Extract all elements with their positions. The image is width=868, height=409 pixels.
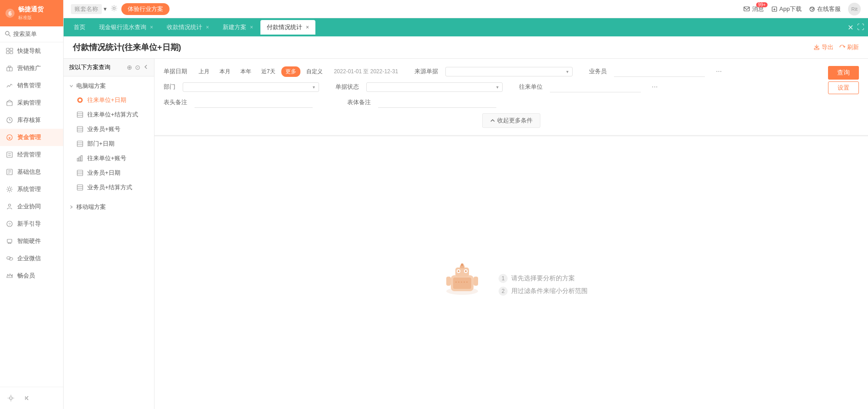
tab-cash-flow[interactable]: 现金银行流水查询 × — [93, 20, 160, 35]
trial-btn[interactable]: 体验行业方案 — [121, 3, 170, 15]
scheme-item-staff-account[interactable]: 业务员+账号 — [64, 122, 154, 136]
tab-new-scheme-label: 新建方案 — [223, 23, 246, 31]
tab-cash-flow-close[interactable]: × — [150, 24, 153, 30]
empty-state: 1 请先选择要分析的方案 2 用过滤条件来缩小分析范围 — [155, 136, 868, 409]
table-body-remark-label: 表体备注 — [347, 98, 371, 106]
tab-payment-stat[interactable]: 付款情况统计 × — [260, 20, 315, 35]
sidebar-item-label: 畅会员 — [17, 272, 35, 280]
sidebar-item-label: 采购管理 — [17, 99, 41, 107]
source-select[interactable]: ▾ — [445, 67, 573, 76]
sidebar-item-marketing[interactable]: 营销推广 — [0, 60, 63, 77]
refresh-btn[interactable]: 刷新 — [839, 43, 859, 51]
scheme-item-unit-settle[interactable]: 往来单位+结算方式 — [64, 107, 154, 122]
table-scheme-icon — [76, 184, 84, 191]
account-name: 账套名称 — [71, 4, 102, 14]
svg-point-30 — [7, 257, 10, 259]
topbar-right: 消息 99+ App下载 在线客服 Rit — [743, 3, 861, 15]
table-body-remark-input[interactable] — [378, 97, 496, 108]
page-header-actions: 导出 刷新 — [813, 43, 859, 51]
scheme-settings-btn[interactable]: ⊙ — [135, 64, 140, 71]
sidebar-item-guide[interactable]: ? 新手引导 — [0, 215, 63, 232]
sidebar-item-wechat[interactable]: 企业微信 — [0, 250, 63, 267]
export-btn[interactable]: 导出 — [813, 43, 833, 51]
tab-collection-stat[interactable]: 收款情况统计 × — [160, 20, 215, 35]
sidebar-item-enterprise[interactable]: 企业协同 — [0, 198, 63, 215]
refresh-btn-label: 刷新 — [847, 43, 859, 51]
tab-new-scheme[interactable]: 新建方案 × — [216, 20, 259, 35]
scheme-item-unit-account[interactable]: 往来单位+账号 — [64, 151, 154, 166]
scheme-item-dept-date[interactable]: 部门+日期 — [64, 136, 154, 151]
query-btn[interactable]: 查询 — [828, 66, 859, 80]
online-support-label: 在线客服 — [817, 5, 841, 13]
sidebar-item-finance[interactable]: ¥ 资金管理 — [0, 129, 63, 146]
svg-text:?: ? — [8, 222, 10, 227]
table-scheme-icon — [76, 126, 84, 133]
messages-btn[interactable]: 消息 99+ — [743, 5, 764, 13]
scheme-item-unit-date[interactable]: 往来单位+日期 — [64, 93, 154, 107]
tab-payment-stat-close[interactable]: × — [306, 24, 309, 30]
doc-status-select-arrow: ▾ — [496, 85, 499, 90]
avatar[interactable]: Rit — [848, 3, 861, 15]
date-pill-this-year[interactable]: 本年 — [236, 66, 255, 77]
sidebar-item-quick-nav[interactable]: 快捷导航 — [0, 42, 63, 60]
mobile-group-label: 移动端方案 — [76, 203, 106, 211]
svg-point-67 — [458, 270, 459, 272]
sidebar-item-purchase[interactable]: 采购管理 — [0, 94, 63, 111]
doc-status-select[interactable]: ▾ — [366, 82, 503, 92]
tab-new-scheme-close[interactable]: × — [250, 24, 253, 30]
app-version: 标准版 — [18, 15, 44, 21]
svg-rect-4 — [6, 48, 9, 50]
sidebar-item-label: 销售管理 — [17, 81, 41, 90]
sidebar-item-basic-info[interactable]: 基础信息 — [0, 163, 63, 181]
date-pill-last-7days[interactable]: 近7天 — [257, 66, 279, 77]
dept-select[interactable]: ▾ — [183, 82, 319, 92]
date-pill-this-month[interactable]: 本月 — [215, 66, 234, 77]
app-download-btn[interactable]: App下载 — [771, 5, 802, 13]
svg-rect-49 — [77, 141, 83, 146]
account-selector[interactable]: 账套名称 ▾ — [71, 4, 107, 14]
sidebar-item-operation[interactable]: 经营管理 — [0, 146, 63, 163]
settings-footer-btn[interactable] — [5, 392, 17, 404]
date-pill-custom[interactable]: 自定义 — [302, 66, 327, 77]
filter-row-dept: 部门 ▾ 单据状态 ▾ 往来单位 — [164, 81, 821, 92]
filter-settings-btn[interactable]: 设置 — [828, 81, 859, 94]
online-support-btn[interactable]: 在线客服 — [809, 5, 841, 13]
svg-point-68 — [465, 270, 467, 272]
staff-dots[interactable]: ··· — [716, 67, 722, 76]
mobile-group-toggle[interactable]: 移动端方案 — [64, 200, 154, 214]
tab-home[interactable]: 首页 — [67, 20, 92, 35]
collapse-more-btn[interactable]: 收起更多条件 — [482, 113, 540, 128]
sidebar-item-vip[interactable]: 畅会员 — [0, 267, 63, 284]
tab-collection-stat-close[interactable]: × — [206, 24, 209, 30]
app-download-label: App下载 — [779, 5, 802, 13]
scheme-item-staff-settle[interactable]: 业务员+结算方式 — [64, 180, 154, 195]
topbar-left: 账套名称 ▾ 体验行业方案 — [71, 3, 738, 15]
search-icon — [5, 30, 11, 38]
table-scheme-icon — [76, 111, 84, 118]
date-filter-label: 单据日期 — [164, 67, 187, 76]
sidebar-item-inventory[interactable]: 库存核算 — [0, 111, 63, 129]
sidebar-item-sales[interactable]: 销售管理 — [0, 77, 63, 94]
close-all-tabs-btn[interactable]: ✕ — [848, 23, 853, 32]
gear-icon[interactable] — [110, 5, 118, 13]
maximize-btn[interactable]: ⛶ — [857, 23, 864, 32]
scheme-item-staff-date[interactable]: 业务员+日期 — [64, 166, 154, 180]
desktop-group-toggle[interactable]: 电脑端方案 — [64, 79, 154, 93]
sidebar-item-hardware[interactable]: 智能硬件 — [0, 232, 63, 250]
related-unit-dots[interactable]: ··· — [652, 83, 658, 91]
empty-tip-1: 1 请先选择要分析的方案 — [499, 274, 588, 283]
sidebar-item-label: 快捷导航 — [17, 47, 41, 55]
svg-point-31 — [9, 258, 13, 260]
table-header-remark-input[interactable] — [195, 97, 313, 108]
add-scheme-btn[interactable]: ⊕ — [127, 64, 132, 71]
related-unit-filter-label: 往来单位 — [519, 83, 543, 91]
left-panel-collapse-btn[interactable] — [143, 64, 149, 71]
desktop-scheme-group: 电脑端方案 往来单位+日期 往来单位+结算方式 — [64, 76, 154, 197]
date-pill-last-month[interactable]: 上月 — [195, 66, 214, 77]
sidebar-item-search[interactable]: 搜索菜单 — [0, 26, 63, 42]
date-pill-more[interactable]: 更多 — [281, 66, 300, 77]
staff-input[interactable] — [614, 66, 705, 77]
sidebar-item-system[interactable]: 系统管理 — [0, 181, 63, 198]
collapse-sidebar-btn[interactable] — [21, 392, 34, 404]
related-unit-input[interactable] — [550, 81, 641, 92]
